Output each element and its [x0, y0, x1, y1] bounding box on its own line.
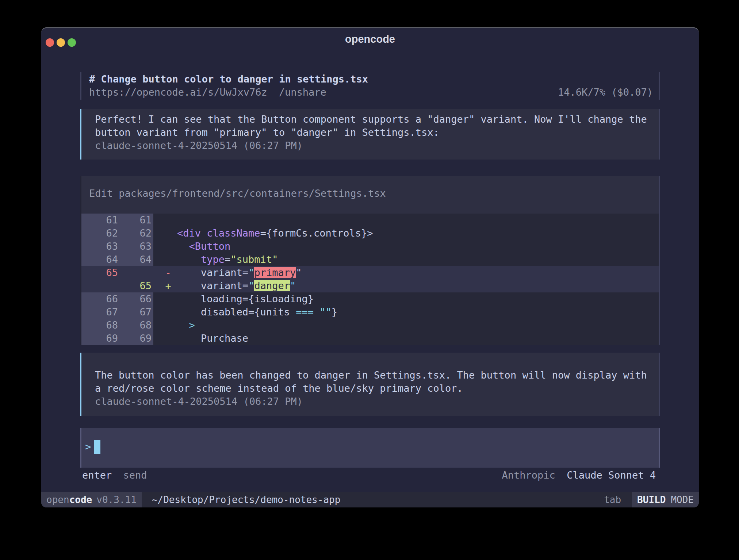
new-line-number: 68 — [118, 319, 152, 332]
old-line-number: 67 — [81, 306, 118, 319]
diff-row: 6969 Purchase — [81, 332, 659, 345]
diff-row: 6262 <div className={formCs.controls}> — [81, 227, 659, 240]
diff-gutter: 6262 — [81, 227, 153, 240]
prompt-caret-icon: > — [85, 440, 91, 453]
diff-row: 65 - variant="primary" — [81, 266, 659, 279]
message-line: a red/rose color scheme instead of the b… — [95, 382, 653, 395]
diff-row: 6464 type="submit" — [81, 253, 659, 266]
window-title: opencode — [345, 28, 395, 50]
message-line: Perfect! I can see that the Button compo… — [95, 113, 653, 126]
diff-gutter: 65 — [81, 266, 153, 279]
diff-code-line: <div className={formCs.controls}> — [153, 227, 659, 240]
edit-tool-title: Edit packages/frontend/src/containers/Se… — [81, 176, 659, 214]
session-subheader: https://opencode.ai/s/UwJxv76z /unshare … — [89, 86, 653, 99]
new-line-number: 69 — [118, 332, 152, 345]
token-cost-stats: 14.6K/7% ($0.07) — [558, 86, 653, 99]
session-header: # Change button color to danger in setti… — [80, 72, 660, 100]
old-line-number: 65 — [81, 266, 118, 279]
opencode-window: opencode # Change button color to danger… — [41, 27, 699, 507]
new-line-number: 65 — [118, 279, 152, 292]
diff-code-line: - variant="primary" — [153, 266, 659, 279]
new-line-number: 66 — [118, 292, 152, 306]
diff-code-line: Purchase — [153, 332, 659, 345]
new-line-number: 62 — [118, 227, 152, 240]
zoom-button[interactable] — [68, 38, 76, 47]
titlebar: opencode — [41, 28, 699, 50]
diff-row: 6666 loading={isLoading} — [81, 292, 659, 306]
app-name-code: code — [69, 493, 92, 506]
minimize-button[interactable] — [57, 38, 65, 47]
message-line: button variant from "primary" to "danger… — [95, 126, 653, 139]
old-line-number: 64 — [81, 253, 118, 266]
old-line-number: 69 — [81, 332, 118, 345]
diff-code-line: type="submit" — [153, 253, 659, 266]
diff-code-line — [153, 214, 659, 227]
old-line-number: 66 — [81, 292, 118, 306]
text-cursor — [94, 440, 100, 454]
diff-gutter: 6666 — [81, 292, 153, 306]
diff-code-line: disabled={units === ""} — [153, 306, 659, 319]
close-button[interactable] — [46, 38, 54, 47]
share-url[interactable]: https://opencode.ai/s/UwJxv76z — [89, 86, 267, 99]
enter-key-hint: enter — [82, 469, 112, 481]
diff-gutter: 6969 — [81, 332, 153, 345]
new-line-number: 67 — [118, 306, 152, 319]
diff-code-line: <Button — [153, 240, 659, 253]
app-version-segment: opencode v0.3.11 — [41, 492, 142, 507]
working-directory: ~/Desktop/Projects/demo-notes-app — [152, 493, 341, 506]
new-line-number: 63 — [118, 240, 152, 253]
prompt-input[interactable]: > — [80, 428, 660, 468]
message-text: The button color has been changed to dan… — [95, 369, 653, 395]
new-line-number: 64 — [118, 253, 152, 266]
diff-row: 65 + variant="danger" — [81, 279, 659, 292]
unshare-command[interactable]: /unshare — [279, 86, 326, 99]
session-content: # Change button color to danger in setti… — [41, 72, 699, 482]
model-indicator: Anthropic Claude Sonnet 4 — [502, 469, 656, 482]
diff-row: 6363 <Button — [81, 240, 659, 253]
assistant-message: The button color has been changed to dan… — [80, 353, 660, 416]
provider-label: Anthropic — [502, 469, 555, 481]
message-line: The button color has been changed to dan… — [95, 369, 653, 382]
status-bar: opencode v0.3.11 ~/Desktop/Projects/demo… — [41, 492, 699, 507]
traffic-lights — [46, 38, 76, 47]
message-text: Perfect! I can see that the Button compo… — [95, 113, 653, 139]
diff-gutter: 6161 — [81, 214, 153, 227]
new-line-number: 61 — [118, 214, 152, 227]
send-hint: enter send — [82, 469, 147, 482]
app-name-open: open — [46, 493, 69, 506]
mode-build-label: BUILD — [637, 493, 666, 506]
message-model-meta: claude-sonnet-4-20250514 (06:27 PM) — [95, 395, 653, 408]
edit-tool-panel: Edit packages/frontend/src/containers/Se… — [80, 176, 660, 345]
tab-key-hint: tab — [604, 493, 621, 506]
assistant-message: Perfect! I can see that the Button compo… — [80, 109, 660, 160]
diff-gutter: 65 — [81, 279, 153, 292]
message-model-meta: claude-sonnet-4-20250514 (06:27 PM) — [95, 139, 653, 152]
diff-gutter: 6363 — [81, 240, 153, 253]
mode-mode-label: MODE — [671, 493, 694, 506]
old-line-number: 63 — [81, 240, 118, 253]
input-footer: enter send Anthropic Claude Sonnet 4 — [80, 469, 660, 482]
app-version: v0.3.11 — [96, 493, 137, 506]
diff-code-line: loading={isLoading} — [153, 292, 659, 306]
session-title: # Change button color to danger in setti… — [89, 73, 653, 86]
mode-segment[interactable]: BUILD MODE — [632, 492, 699, 507]
diff-gutter: 6868 — [81, 319, 153, 332]
send-label: send — [123, 469, 147, 481]
old-line-number: 68 — [81, 319, 118, 332]
diff-gutter: 6767 — [81, 306, 153, 319]
diff-gutter: 6464 — [81, 253, 153, 266]
old-line-number: 62 — [81, 227, 118, 240]
diff-row: 6161 — [81, 214, 659, 227]
desktop: { "window": { "title": "opencode", "traf… — [0, 0, 739, 560]
diff-code-line: > — [153, 319, 659, 332]
diff-view: 61616262 <div className={formCs.controls… — [81, 214, 659, 345]
diff-row: 6767 disabled={units === ""} — [81, 306, 659, 319]
old-line-number: 61 — [81, 214, 118, 227]
model-label: Claude Sonnet 4 — [567, 469, 656, 481]
diff-code-line: + variant="danger" — [153, 279, 659, 292]
diff-row: 6868 > — [81, 319, 659, 332]
